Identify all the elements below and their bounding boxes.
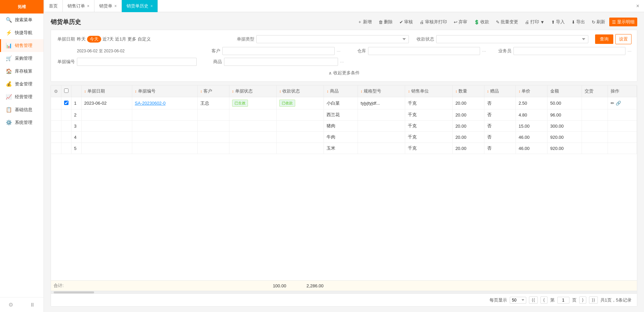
collapse-button[interactable]: ∧ 收起更多条件 xyxy=(56,69,632,77)
audit-print-button[interactable]: 🖨 审核并打印 xyxy=(417,18,450,26)
tab-sales-delivery[interactable]: 销货单 × xyxy=(94,0,122,12)
cell-action[interactable]: ✏ 🔗 xyxy=(608,97,637,109)
cell-action[interactable] xyxy=(608,143,637,154)
sort-qty-icon[interactable]: ↕ xyxy=(455,89,457,93)
sidebar-item-quick-nav[interactable]: ⚡ 快捷导航 xyxy=(0,26,44,39)
sidebar-item-operations[interactable]: 📈 经营管理 xyxy=(0,90,44,103)
print-button[interactable]: 🖨 打印 ▼ xyxy=(522,18,547,26)
col-price[interactable]: ↕ 单价 xyxy=(516,85,548,97)
cell-qty: 20.00 xyxy=(452,132,484,143)
salesperson-dots[interactable]: ··· xyxy=(627,48,632,54)
customer-input[interactable] xyxy=(222,47,335,55)
settings-button[interactable]: 设置 xyxy=(615,34,632,44)
sidebar-item-purchase[interactable]: 🛒 采购管理 xyxy=(0,52,44,65)
delete-button[interactable]: 🗑 删除 xyxy=(376,18,395,26)
page-number-input[interactable] xyxy=(557,297,569,304)
shortcut-yesterday[interactable]: 昨天 xyxy=(77,36,86,42)
page-size-select[interactable]: 50 100 200 xyxy=(510,297,526,304)
cell-price: 2.50 xyxy=(516,97,548,109)
horizontal-scrollbar[interactable] xyxy=(51,291,637,293)
cell-doc-no[interactable]: SA-20230602-0 xyxy=(132,97,197,109)
sort-price-icon[interactable]: ↕ xyxy=(519,89,521,93)
col-product[interactable]: ↕ 商品 xyxy=(324,85,358,97)
new-button[interactable]: ＋ 新增 xyxy=(355,18,374,26)
show-detail-button[interactable]: ☰ 显示明细 xyxy=(609,18,637,26)
cell-checkbox[interactable] xyxy=(61,132,71,143)
collect-button[interactable]: 💲 收款 xyxy=(471,18,492,26)
sidebar-settings-button[interactable]: ⚙ xyxy=(7,300,15,309)
cell-action[interactable] xyxy=(608,121,637,132)
sidebar-item-system[interactable]: ⚙️ 系统管理 xyxy=(0,116,44,129)
product-input[interactable] xyxy=(224,58,338,66)
sidebar-item-base[interactable]: 📋 基础信息 xyxy=(0,103,44,116)
global-close-button[interactable]: × xyxy=(632,3,644,9)
sidebar-item-inventory[interactable]: 🏠 库存核算 xyxy=(0,65,44,78)
salesperson-input[interactable] xyxy=(513,47,626,55)
col-pay-status[interactable]: ↕ 收款状态 xyxy=(276,85,324,97)
sort-date-icon[interactable]: ↕ xyxy=(84,89,86,93)
col-date[interactable]: ↕ 单据日期 xyxy=(81,85,132,97)
tab-sales-history[interactable]: 销货单历史 × xyxy=(122,0,158,12)
sort-customer-icon[interactable]: ↕ xyxy=(200,89,202,93)
pay-status-select[interactable] xyxy=(436,35,588,43)
sort-docno-icon[interactable]: ↕ xyxy=(135,89,137,93)
sort-unit-icon[interactable]: ↕ xyxy=(408,89,410,93)
sidebar-item-sales[interactable]: 📊 销售管理 xyxy=(0,39,44,52)
shortcut-more[interactable]: 更多 xyxy=(128,36,136,42)
query-button[interactable]: 查询 xyxy=(595,34,613,44)
shortcut-1month[interactable]: 近1月 xyxy=(115,36,126,42)
doc-no-input[interactable] xyxy=(77,58,197,66)
last-page-button[interactable]: ⟩⟩ xyxy=(589,296,598,304)
audit-button[interactable]: ✔ 审核 xyxy=(397,18,416,26)
cell-action[interactable] xyxy=(608,132,637,143)
prev-page-button[interactable]: ⟨ xyxy=(540,296,548,304)
sort-product-icon[interactable]: ↕ xyxy=(327,89,329,93)
batch-change-button[interactable]: ✎ 批量变更 xyxy=(493,18,521,26)
customer-dots[interactable]: ··· xyxy=(337,48,341,54)
tab-sales-order-close[interactable]: × xyxy=(87,4,89,8)
sidebar-item-finance[interactable]: 💰 资金管理 xyxy=(0,78,44,90)
select-all-checkbox[interactable] xyxy=(64,88,68,93)
product-dots[interactable]: ··· xyxy=(340,59,344,64)
export-button[interactable]: ⬇ 导出 xyxy=(569,18,588,26)
first-page-button[interactable]: ⟨⟨ xyxy=(529,296,538,304)
cell-checkbox[interactable] xyxy=(61,143,71,154)
cell-spec xyxy=(358,143,405,154)
refresh-button[interactable]: ↻ 刷新 xyxy=(589,18,608,26)
sort-docstatus-icon[interactable]: ↕ xyxy=(232,89,234,93)
col-qty[interactable]: ↕ 数量 xyxy=(452,85,484,97)
col-amount[interactable]: 金额 xyxy=(547,85,582,97)
tab-sales-delivery-close[interactable]: × xyxy=(114,4,117,8)
col-doc-status[interactable]: ↕ 单据状态 xyxy=(229,85,276,97)
shortcut-custom[interactable]: 自定义 xyxy=(138,36,151,42)
tab-sales-order[interactable]: 销售订单 × xyxy=(63,0,94,12)
col-unit[interactable]: ↕ 销售单位 xyxy=(405,85,452,97)
cell-checkbox[interactable] xyxy=(61,109,71,121)
col-checkbox[interactable] xyxy=(61,85,71,97)
import-button[interactable]: ⬆ 导入 xyxy=(549,18,567,26)
sort-paystatus-icon[interactable]: ↕ xyxy=(279,89,281,93)
sidebar-item-search[interactable]: 🔍 搜索菜单 xyxy=(0,14,44,26)
next-page-button[interactable]: ⟩ xyxy=(579,296,586,304)
col-settings[interactable]: ⚙ xyxy=(51,85,61,97)
cell-action[interactable] xyxy=(608,109,637,121)
sidebar-collapse-button[interactable]: ⏸ xyxy=(28,301,36,309)
sort-gift-icon[interactable]: ↕ xyxy=(487,89,489,93)
col-customer[interactable]: ↕ 客户 xyxy=(197,85,229,97)
cell-amount: 50.00 xyxy=(547,97,582,109)
shortcut-today[interactable]: 今天 xyxy=(87,36,101,43)
doc-type-select[interactable] xyxy=(256,35,409,43)
cell-checkbox[interactable] xyxy=(61,97,71,109)
abandon-button[interactable]: ↩ 弃审 xyxy=(451,18,470,26)
warehouse-input[interactable] xyxy=(368,47,480,55)
plus-icon: ＋ xyxy=(358,19,362,25)
cell-checkbox[interactable] xyxy=(61,121,71,132)
col-doc-no[interactable]: ↕ 单据编号 xyxy=(132,85,197,97)
sort-spec-icon[interactable]: ↕ xyxy=(361,89,363,93)
shortcut-7days[interactable]: 近7天 xyxy=(103,36,114,42)
warehouse-dots[interactable]: ··· xyxy=(482,48,486,54)
tab-home[interactable]: 首页 xyxy=(44,0,63,12)
col-gift[interactable]: ↕ 赠品 xyxy=(484,85,516,97)
col-spec[interactable]: ↕ 规格型号 xyxy=(358,85,405,97)
tab-sales-history-close[interactable]: × xyxy=(150,4,153,8)
